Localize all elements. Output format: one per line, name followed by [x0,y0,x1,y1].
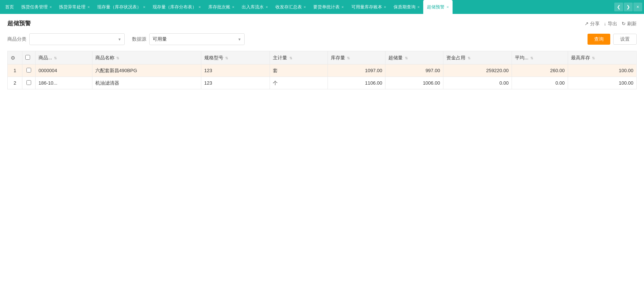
row-spec: 123 [201,77,270,89]
table-row: 2 186-10... 机油滤清器 123 个 1106.00 1006.00 … [8,77,637,89]
table-header-row: ⚙ 商品... ⇅ 商品名称 ⇅ 规格型号 ⇅ 主计量 [8,51,637,64]
row-checkbox[interactable] [26,68,31,73]
nav-tab-stock-dist[interactable]: 现存量（库存分布表） × [149,0,204,14]
col-maxstock[interactable]: 最高库存 ⇅ [568,51,636,64]
row-capital: 259220.00 [443,64,512,77]
nav-tab-task[interactable]: 拣货任务管理 × [18,0,55,14]
category-select[interactable]: ▼ [29,33,125,45]
row-overstock: 997.00 [385,64,443,77]
row-capital: 0.00 [443,77,512,89]
select-all-checkbox[interactable] [25,55,30,60]
datasource-filter-group: 数据源 可用量 ▼ [132,33,245,45]
sort-icon: ⇅ [468,56,471,60]
row-checkbox-cell [22,77,36,89]
row-code: 186-10... [36,77,92,89]
row-code: 0000004 [36,64,92,77]
sort-icon: ⇅ [592,56,595,60]
page-title: 超储预警 [7,20,31,27]
row-checkbox-cell [22,64,36,77]
sort-icon: ⇅ [54,56,57,60]
datasource-select[interactable]: 可用量 ▼ [149,33,245,45]
close-icon[interactable]: × [304,5,306,9]
nav-tab-order-stat[interactable]: 要货单统计表 × [310,0,347,14]
nav-tab-inout[interactable]: 出入库流水 × [238,0,271,14]
nav-tab-available[interactable]: 可用量库存账本 × [348,0,390,14]
sort-icon: ⇅ [225,56,228,60]
close-icon[interactable]: × [198,5,201,9]
nav-arrows: ❮ ❯ × [614,3,643,11]
col-avg[interactable]: 平均... ⇅ [512,51,568,64]
close-icon[interactable]: × [87,5,89,9]
sort-icon: ⇅ [530,56,533,60]
row-stock: 1097.00 [328,64,385,77]
row-checkbox[interactable] [26,80,31,85]
row-stock: 1106.00 [328,77,385,89]
row-name: 机油滤清器 [92,77,201,89]
settings-button[interactable]: 设置 [613,34,637,45]
category-filter-group: 商品分类 ▼ [7,33,125,45]
chevron-down-icon: ▼ [238,37,241,41]
close-icon[interactable]: × [341,5,344,9]
refresh-icon: ↻ [622,21,626,26]
row-maxstock: 100.00 [568,64,636,77]
datasource-select-value: 可用量 [153,36,167,42]
row-maxstock: 100.00 [568,77,636,89]
share-icon: ↗ [585,21,589,26]
sort-icon: ⇅ [405,56,408,60]
row-number: 1 [8,64,22,77]
sort-icon: ⇅ [116,56,119,60]
nav-tab-stock-status[interactable]: 现存量（库存状况表） × [94,0,149,14]
gear-icon[interactable]: ⚙ [11,55,15,61]
row-unit: 个 [270,77,328,89]
nav-tab-collect[interactable]: 收发存汇总表 × [272,0,310,14]
close-icon[interactable]: × [266,5,268,9]
sort-icon: ⇅ [289,56,292,60]
nav-tab-home[interactable]: 首页 [1,0,18,14]
nav-prev-button[interactable]: ❮ [614,3,623,11]
nav-close-button[interactable]: × [633,3,642,11]
table-row: 1 0000004 六配套新昌490BPG 123 套 1097.00 997.… [8,64,637,77]
sort-icon: ⇅ [347,56,350,60]
col-stock[interactable]: 库存量 ⇅ [328,51,385,64]
category-label: 商品分类 [7,36,26,42]
page-header: 超储预警 ↗ 分享 ↓ 导出 ↻ 刷新 [7,20,637,27]
filter-buttons: 查询 设置 [588,34,637,45]
close-icon[interactable]: × [446,5,449,9]
query-button[interactable]: 查询 [588,34,610,45]
share-button[interactable]: ↗ 分享 [585,21,600,27]
col-settings: ⚙ [8,51,22,64]
close-icon[interactable]: × [143,5,145,9]
col-capital[interactable]: 资金占用 ⇅ [443,51,512,64]
nav-next-button[interactable]: ❯ [624,3,633,11]
close-icon[interactable]: × [232,5,234,9]
filter-row: 商品分类 ▼ 数据源 可用量 ▼ 查询 设置 [7,33,637,45]
export-icon: ↓ [604,21,607,26]
nav-tab-quality[interactable]: 保质期查询 × [390,0,423,14]
nav-tab-batch[interactable]: 库存批次账 × [205,0,238,14]
nav-tab-abnormal[interactable]: 拣货异常处理 × [55,0,93,14]
header-actions: ↗ 分享 ↓ 导出 ↻ 刷新 [585,21,637,27]
page-content: 超储预警 ↗ 分享 ↓ 导出 ↻ 刷新 商品分类 ▼ 数据源 [0,14,644,95]
close-icon[interactable]: × [384,5,386,9]
col-spec[interactable]: 规格型号 ⇅ [201,51,270,64]
nav-tab-overstock[interactable]: 超储预警 × [423,0,452,14]
row-avg: 0.00 [512,77,568,89]
col-name[interactable]: 商品名称 ⇅ [92,51,201,64]
close-icon[interactable]: × [417,5,420,9]
data-table: ⚙ 商品... ⇅ 商品名称 ⇅ 规格型号 ⇅ 主计量 [7,51,637,89]
row-avg: 260.00 [512,64,568,77]
col-overstock[interactable]: 超储量 ⇅ [385,51,443,64]
row-spec: 123 [201,64,270,77]
datasource-label: 数据源 [132,36,146,42]
col-unit[interactable]: 主计量 ⇅ [270,51,328,64]
chevron-down-icon: ▼ [118,37,121,41]
row-unit: 套 [270,64,328,77]
row-number: 2 [8,77,22,89]
export-button[interactable]: ↓ 导出 [604,21,618,27]
col-code[interactable]: 商品... ⇅ [36,51,92,64]
refresh-button[interactable]: ↻ 刷新 [622,21,637,27]
row-overstock: 1006.00 [385,77,443,89]
close-icon[interactable]: × [50,5,52,9]
row-name: 六配套新昌490BPG [92,64,201,77]
col-checkbox [22,51,36,64]
